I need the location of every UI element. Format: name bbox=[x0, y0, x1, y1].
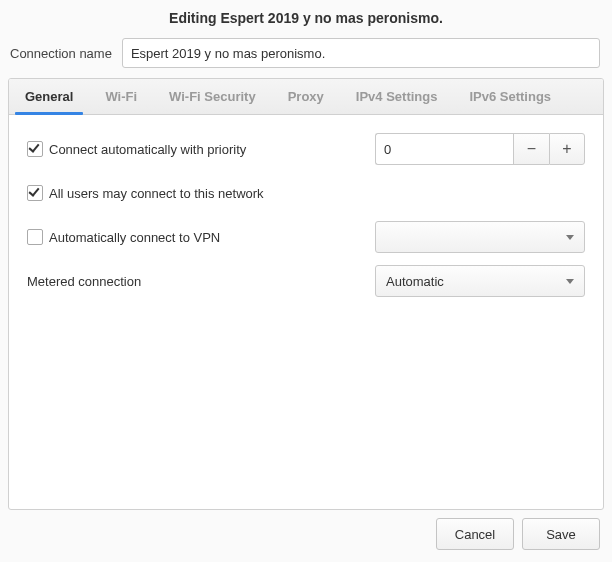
tab-bar: General Wi-Fi Wi-Fi Security Proxy IPv4 … bbox=[9, 79, 603, 115]
row-metered: Metered connection Automatic bbox=[27, 265, 585, 297]
tabs-pane: General Wi-Fi Wi-Fi Security Proxy IPv4 … bbox=[8, 78, 604, 510]
all-users-checkbox[interactable] bbox=[27, 185, 43, 201]
cancel-button[interactable]: Cancel bbox=[436, 518, 514, 550]
auto-connect-checkbox[interactable] bbox=[27, 141, 43, 157]
connection-name-input[interactable] bbox=[122, 38, 600, 68]
vpn-combo[interactable] bbox=[375, 221, 585, 253]
tab-content-general: Connect automatically with priority − + … bbox=[9, 115, 603, 297]
auto-vpn-checkbox[interactable] bbox=[27, 229, 43, 245]
metered-combo[interactable]: Automatic bbox=[375, 265, 585, 297]
connection-name-label: Connection name bbox=[8, 46, 112, 61]
auto-vpn-label[interactable]: Automatically connect to VPN bbox=[49, 230, 220, 245]
metered-label: Metered connection bbox=[27, 274, 141, 289]
priority-decrement[interactable]: − bbox=[513, 133, 549, 165]
row-all-users: All users may connect to this network bbox=[27, 177, 585, 209]
window-title: Editing Espert 2019 y no mas peronismo. bbox=[0, 0, 612, 34]
footer: Cancel Save bbox=[0, 518, 612, 562]
tab-wifi[interactable]: Wi-Fi bbox=[89, 79, 153, 114]
tab-general[interactable]: General bbox=[9, 79, 89, 114]
tab-ipv6[interactable]: IPv6 Settings bbox=[453, 79, 567, 114]
auto-connect-label[interactable]: Connect automatically with priority bbox=[49, 142, 246, 157]
row-auto-vpn: Automatically connect to VPN bbox=[27, 221, 585, 253]
chevron-down-icon bbox=[566, 279, 574, 284]
tab-wifi-security[interactable]: Wi-Fi Security bbox=[153, 79, 272, 114]
priority-input[interactable] bbox=[375, 133, 513, 165]
connection-name-row: Connection name bbox=[0, 34, 612, 78]
metered-combo-value: Automatic bbox=[386, 274, 566, 289]
save-button[interactable]: Save bbox=[522, 518, 600, 550]
row-auto-connect: Connect automatically with priority − + bbox=[27, 133, 585, 165]
priority-spinner: − + bbox=[375, 133, 585, 165]
tab-ipv4[interactable]: IPv4 Settings bbox=[340, 79, 454, 114]
all-users-label[interactable]: All users may connect to this network bbox=[49, 186, 264, 201]
chevron-down-icon bbox=[566, 235, 574, 240]
tab-proxy[interactable]: Proxy bbox=[272, 79, 340, 114]
priority-increment[interactable]: + bbox=[549, 133, 585, 165]
